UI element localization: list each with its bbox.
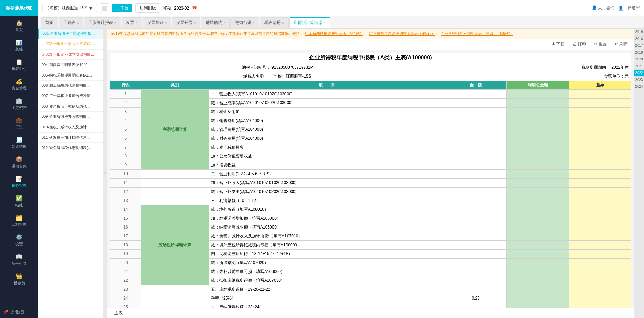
tab-invoice[interactable]: 发票 × <box>122 17 142 28</box>
year-2023[interactable]: 2023 <box>634 77 644 83</box>
row-26-diff[interactable] <box>569 276 631 285</box>
row-21-diff[interactable] <box>569 232 631 240</box>
company-selector[interactable]: （勾稽）江西服宝-LSS ▼ <box>42 4 97 12</box>
row-7-amount[interactable] <box>445 107 507 116</box>
tab-income-tax[interactable]: 所得税汇算清缴 × <box>289 17 330 28</box>
left-item-009[interactable]: 009-企业所得税补亏损明细... <box>38 112 103 122</box>
left-item-007[interactable]: 007-广告费和业务宣传费跨度... <box>38 91 103 101</box>
row-12-profit[interactable] <box>507 152 569 161</box>
row-14-diff[interactable] <box>569 169 631 178</box>
sidebar-item-report[interactable]: 📋 报表中心 <box>0 55 38 75</box>
row-22-profit[interactable] <box>507 240 569 249</box>
sidebar-item-invoice[interactable]: 🧾 发票管理 <box>0 133 38 153</box>
tab-invoice-open-close[interactable]: × <box>194 21 196 25</box>
row-25-diff[interactable] <box>569 267 631 276</box>
sidebar-item-fund[interactable]: 💰 资金管理 <box>0 75 38 94</box>
row-14-profit[interactable] <box>507 169 569 178</box>
sidebar-item-ledger[interactable]: 📊 总账 <box>0 36 38 55</box>
left-item-010[interactable]: 010-免税、减计收入及加计... <box>38 122 103 133</box>
row-16-profit[interactable] <box>507 187 569 196</box>
row-21-amount[interactable] <box>445 232 507 240</box>
row-29-profit[interactable] <box>507 303 569 308</box>
left-item-011[interactable]: 011-研发费用加计扣除优惠... <box>38 133 103 143</box>
tab-purchase-ledger[interactable]: 进销台账 × <box>230 17 259 28</box>
row-28-profit[interactable] <box>507 294 569 303</box>
row-8-profit[interactable] <box>507 116 569 125</box>
row-6-profit[interactable] <box>507 98 569 107</box>
row-15-profit[interactable] <box>507 178 569 187</box>
row-24-amount[interactable] <box>445 258 507 267</box>
row-10-profit[interactable] <box>507 134 569 143</box>
row-5-amount[interactable] <box>445 89 507 98</box>
tab-invoice-calc-close[interactable]: × <box>165 21 167 25</box>
year-2017[interactable]: 2017 <box>634 42 644 49</box>
row-26-amount[interactable] <box>445 276 507 285</box>
row-17-profit[interactable] <box>507 196 569 205</box>
row-18-diff[interactable] <box>569 205 631 214</box>
tab-invoice-open[interactable]: 发票开票 × <box>172 17 200 28</box>
row-24-diff[interactable] <box>569 258 631 267</box>
row-8-diff[interactable] <box>569 116 631 125</box>
row-20-diff[interactable] <box>569 223 631 232</box>
row-29-amount[interactable] <box>445 303 507 308</box>
unpin-button[interactable]: 📌 取消固定 <box>0 306 38 318</box>
left-item-008[interactable]: 008-资产折旧、摊销及纳税... <box>38 101 103 112</box>
warning-link-3[interactable]: 企业所得税补亏损明细表（第2列、第8列） <box>441 31 513 36</box>
tab-invoice-close[interactable]: × <box>136 21 138 25</box>
row-12-diff[interactable] <box>569 152 631 161</box>
year-2018[interactable]: 2018 <box>634 49 644 56</box>
row-19-diff[interactable] <box>569 214 631 223</box>
tab-income-tax-close[interactable]: × <box>324 21 326 25</box>
row-24-profit[interactable] <box>507 258 569 267</box>
tab-home[interactable]: 首页 <box>41 17 58 28</box>
tab-salary-close[interactable]: × <box>77 21 79 25</box>
row-10-diff[interactable] <box>569 134 631 143</box>
bottom-tab-main[interactable]: 主表 <box>110 309 127 317</box>
row-27-diff[interactable] <box>569 285 631 294</box>
panel-collapse-button[interactable]: ‹ <box>103 29 107 318</box>
switch-old-button[interactable]: 切到旧版 <box>135 3 160 13</box>
row-13-diff[interactable] <box>569 161 631 169</box>
row-25-amount[interactable] <box>445 267 507 276</box>
year-2022[interactable]: 2022 <box>634 70 644 77</box>
left-item-001[interactable]: 001-企业所得税年度纳税申报... <box>38 29 103 39</box>
year-2020[interactable]: 2020 <box>634 56 644 63</box>
calendar-icon[interactable]: 📅 <box>192 6 197 11</box>
sidebar-item-purchase[interactable]: 📦 进销台账 <box>0 153 38 172</box>
tab-tax-clear-close[interactable]: × <box>282 21 284 25</box>
row-7-profit[interactable] <box>507 107 569 116</box>
row-28-amount[interactable]: 0.25 <box>445 294 507 303</box>
row-12-amount[interactable] <box>445 152 507 161</box>
sidebar-item-tax[interactable]: 📝 税务管理 <box>0 172 38 192</box>
tab-purchase-audit-close[interactable]: × <box>223 21 225 25</box>
row-21-profit[interactable] <box>507 232 569 240</box>
row-20-profit[interactable] <box>507 223 569 232</box>
row-17-diff[interactable] <box>569 196 631 205</box>
sidebar-item-member[interactable]: 👑 畅会员 <box>0 269 38 289</box>
warning-link-1[interactable]: 职工薪酬纳税调整明细表（第4列） <box>305 31 363 36</box>
year-2019[interactable]: 2019 <box>634 29 644 36</box>
left-item-004[interactable]: 004-期间费用明细表(A1040... <box>38 60 103 70</box>
row-27-amount[interactable] <box>445 285 507 294</box>
row-28-diff[interactable] <box>569 294 631 303</box>
row-6-amount[interactable] <box>445 98 507 107</box>
sidebar-item-archive[interactable]: 🗂️ 归档管理 <box>0 211 38 231</box>
row-15-amount[interactable] <box>445 178 507 187</box>
sidebar-item-home[interactable]: 🏠 首页 <box>0 16 38 36</box>
row-22-diff[interactable] <box>569 240 631 249</box>
tab-tax-clear[interactable]: 税表清册 × <box>260 17 289 28</box>
sidebar-item-settings[interactable]: ⚙️ 设置 <box>0 231 38 250</box>
row-13-profit[interactable] <box>507 161 569 169</box>
row-11-profit[interactable] <box>507 143 569 152</box>
warning-link-2[interactable]: 广宣费跨年度纳税调整明细表（第8行） <box>369 31 435 36</box>
year-2016[interactable]: 2016 <box>634 36 644 42</box>
user-service[interactable]: 👤 人工咨询 <box>592 5 614 11</box>
row-10-amount[interactable] <box>445 134 507 143</box>
sidebar-item-settle[interactable]: ✅ 结账 <box>0 192 38 211</box>
copy-icon-button[interactable]: ⬜ <box>100 3 109 13</box>
row-25-profit[interactable] <box>507 267 569 276</box>
row-5-diff[interactable] <box>569 89 631 98</box>
row-23-amount[interactable] <box>445 249 507 258</box>
year-2024[interactable]: 2024 <box>634 83 644 90</box>
row-19-profit[interactable] <box>507 214 569 223</box>
